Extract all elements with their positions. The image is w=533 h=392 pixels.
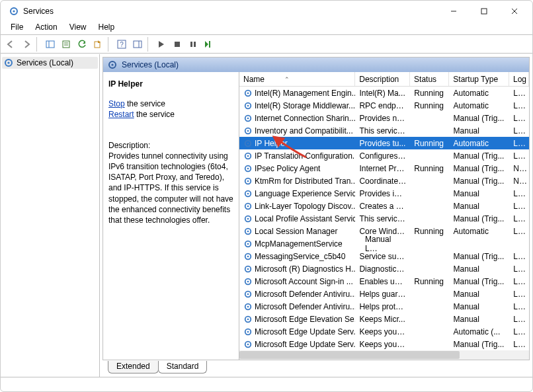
restart-service-button[interactable]	[202, 37, 216, 52]
stop-link[interactable]: Stop	[108, 99, 125, 108]
svg-point-27	[247, 104, 249, 106]
service-row[interactable]: Microsoft (R) Diagnostics H...Diagnostic…	[239, 262, 529, 275]
service-row[interactable]: Microsoft Edge Update Serv...Keeps your …	[239, 325, 529, 338]
pause-service-button[interactable]	[186, 37, 200, 52]
service-name: Microsoft Account Sign-in ...	[255, 277, 353, 286]
horizontal-scrollbar[interactable]	[239, 350, 529, 360]
start-service-button[interactable]	[154, 37, 169, 52]
scrollbar-thumb[interactable]	[239, 351, 460, 359]
service-logon: Loc	[509, 202, 529, 211]
service-startup: Manual (Trig...	[450, 151, 510, 161]
service-icon	[243, 302, 253, 311]
maximize-button[interactable]	[469, 1, 499, 21]
service-logon: Loc	[509, 290, 529, 299]
tab-extended[interactable]: Extended	[108, 361, 159, 373]
service-name: IP Translation Configuration...	[255, 151, 355, 161]
service-icon	[243, 114, 253, 123]
service-startup: Manual	[450, 264, 510, 274]
service-row[interactable]: IPsec Policy AgentInternet Pro...Running…	[239, 162, 529, 175]
stop-service-button[interactable]	[170, 37, 184, 52]
help-button[interactable]: ?	[114, 37, 129, 52]
service-name: Local Profile Assistant Service	[255, 214, 355, 223]
service-row[interactable]: IP HelperProvides tu...RunningAutomaticL…	[239, 137, 529, 149]
service-row[interactable]: Microsoft Defender Antiviru...Helps prot…	[239, 300, 529, 313]
service-icon	[243, 101, 253, 110]
show-hide-tree-button[interactable]	[43, 37, 58, 52]
action-pane-button[interactable]	[130, 37, 145, 52]
service-row[interactable]: Local Profile Assistant ServiceThis serv…	[239, 212, 529, 225]
svg-point-51	[247, 255, 249, 257]
export-list-button[interactable]	[91, 37, 105, 52]
service-row[interactable]: Microsoft Edge Elevation Se...Keeps Micr…	[239, 313, 529, 325]
service-description: Keeps your ...	[355, 340, 410, 349]
menu-file[interactable]: File	[5, 22, 29, 33]
properties-button[interactable]	[59, 37, 73, 52]
back-button[interactable]	[3, 37, 18, 52]
service-startup: Manual	[450, 302, 510, 311]
service-row[interactable]: Internet Connection Sharin...Provides ne…	[239, 112, 529, 124]
service-startup: Manual (Trig...	[450, 340, 510, 349]
col-startup[interactable]: Startup Type	[449, 72, 509, 86]
service-row[interactable]: Microsoft Account Sign-in ...Enables use…	[239, 275, 529, 288]
service-row[interactable]: Intel(R) Storage Middlewar...RPC endpoi.…	[239, 99, 529, 112]
close-button[interactable]	[499, 1, 530, 21]
minimize-button[interactable]	[438, 1, 469, 21]
forward-button[interactable]	[19, 37, 34, 52]
column-headers: Name⌃ Description Status Startup Type Lo…	[239, 72, 529, 87]
svg-point-25	[247, 92, 249, 94]
service-logon: Loc	[509, 277, 529, 286]
service-icon	[243, 202, 253, 211]
col-status[interactable]: Status	[410, 72, 449, 86]
svg-point-23	[111, 63, 113, 65]
service-logon: Loc	[509, 315, 529, 324]
service-name: Microsoft Defender Antiviru...	[255, 290, 355, 299]
service-row[interactable]: KtmRm for Distributed Tran...Coordinates…	[239, 175, 529, 187]
refresh-button[interactable]	[75, 37, 89, 52]
service-row[interactable]: Link-Layer Topology Discov...Creates a N…	[239, 200, 529, 212]
tree-label: Services (Local)	[17, 58, 73, 67]
service-name: MessagingService_c5b40	[255, 252, 345, 261]
window-title: Services	[23, 7, 438, 16]
col-logon[interactable]: Log	[509, 72, 529, 86]
service-logon: Loc	[509, 139, 529, 148]
col-name[interactable]: Name⌃	[239, 72, 355, 86]
tab-standard[interactable]: Standard	[158, 361, 208, 373]
service-name: Microsoft (R) Diagnostics H...	[255, 264, 355, 274]
service-row[interactable]: Intel(R) Management Engin...Intel(R) Ma.…	[239, 87, 529, 99]
service-logon: Loc	[509, 302, 529, 311]
services-icon	[9, 6, 19, 17]
svg-point-63	[247, 331, 249, 333]
menu-action[interactable]: Action	[29, 22, 63, 33]
service-row[interactable]: Microsoft Defender Antiviru...Helps guar…	[239, 288, 529, 300]
svg-rect-8	[63, 41, 69, 48]
service-description: Helps prote...	[355, 302, 410, 311]
restart-link[interactable]: Restart	[108, 110, 134, 119]
service-startup: Manual	[450, 290, 510, 299]
service-startup: Automatic (...	[450, 327, 510, 336]
service-row[interactable]: IP Translation Configuration...Configure…	[239, 149, 529, 162]
col-description[interactable]: Description	[355, 72, 410, 86]
tree-services-local[interactable]: Services (Local)	[2, 57, 98, 69]
service-name: McpManagementService	[255, 239, 343, 249]
services-list: Name⌃ Description Status Startup Type Lo…	[239, 72, 529, 360]
service-status: Running	[410, 101, 449, 110]
menu-view[interactable]: View	[63, 22, 93, 33]
service-description: Creates a N...	[355, 202, 410, 211]
service-startup: Manual (Trig...	[450, 164, 510, 173]
menu-help[interactable]: Help	[93, 22, 121, 33]
service-row[interactable]: MessagingService_c5b40Service sup...Manu…	[239, 250, 529, 262]
svg-point-41	[247, 192, 249, 194]
service-description: Keeps your ...	[355, 327, 410, 336]
service-icon	[243, 340, 253, 349]
service-icon	[243, 164, 253, 173]
service-row[interactable]: Language Experience ServiceProvides inf.…	[239, 187, 529, 200]
service-description: Service sup...	[355, 252, 410, 261]
service-startup: Manual (Trig...	[450, 252, 510, 261]
service-name: Link-Layer Topology Discov...	[255, 202, 355, 211]
svg-rect-6	[46, 41, 54, 48]
service-icon	[243, 227, 253, 236]
service-description: This service ...	[355, 126, 410, 136]
service-row[interactable]: Inventory and Compatibilit...This servic…	[239, 124, 529, 137]
service-row[interactable]: McpManagementServiceManualLoc	[239, 237, 529, 250]
service-row[interactable]: Microsoft Edge Update Serv...Keeps your …	[239, 338, 529, 350]
